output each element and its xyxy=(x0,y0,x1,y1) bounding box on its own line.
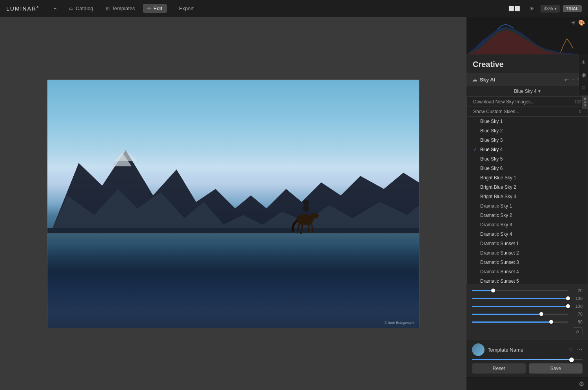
template-btn-row: Reset Save xyxy=(472,363,583,374)
slider-track-4[interactable] xyxy=(472,314,568,315)
favorite-template-button[interactable]: ♡ xyxy=(569,347,574,353)
sky-dropdown-header[interactable]: Blue Sky 4 ▾ xyxy=(466,86,588,97)
custom-skies-count: 0 xyxy=(579,109,581,114)
slider-fill-2 xyxy=(472,298,568,299)
slider-track-3[interactable] xyxy=(472,306,568,307)
sky-item-dramatic-sunset-2[interactable]: Dramatic Sunset 2 xyxy=(467,248,588,258)
selected-sky-label: Blue Sky 4 xyxy=(514,88,536,94)
slider-thumb-4[interactable] xyxy=(539,312,543,316)
slider-fill-3 xyxy=(472,306,568,307)
settings-bottom-icon[interactable]: ⚙ xyxy=(579,380,584,388)
template-name-label: Template Name xyxy=(488,347,566,353)
template-icons: ♡ ⋯ xyxy=(569,347,583,353)
face-strip-icon[interactable]: ☺ xyxy=(581,84,586,90)
slider-track-5[interactable] xyxy=(472,321,568,323)
pro-badge: PRO xyxy=(582,96,588,109)
sky-item-blue-sky-3[interactable]: Blue Sky 3 xyxy=(467,135,588,145)
slider-thumb-2[interactable] xyxy=(566,296,570,300)
sky-item-dramatic-sunset-4[interactable]: Dramatic Sunset 4 xyxy=(467,267,588,276)
sun-icon-button[interactable]: ☀ xyxy=(571,20,576,26)
catalog-nav-button[interactable]: 🗂 Catalog xyxy=(64,4,98,13)
compare-button[interactable]: ⬜⬜ xyxy=(505,4,523,13)
main-content: © Iurie Belegurschi xyxy=(0,17,588,390)
trial-badge: TRIAL xyxy=(563,5,582,12)
sky-item-dramatic-sunset-1[interactable]: Dramatic Sunset 1 xyxy=(467,239,588,248)
slider-thumb-1[interactable] xyxy=(491,289,495,292)
palette-icon-button[interactable]: 🎨 xyxy=(578,20,585,26)
svg-point-7 xyxy=(303,200,309,205)
canvas-area[interactable]: © Iurie Belegurschi xyxy=(0,17,466,390)
sky-dropdown-list-wrapper[interactable]: Download New Sky Images... 102 Show Cust… xyxy=(466,97,588,284)
slider-track-1[interactable] xyxy=(472,290,568,291)
templates-nav-button[interactable]: ⊞ Templates xyxy=(101,4,140,13)
top-navigation: LUMINARAI + 🗂 Catalog ⊞ Templates ✏ Edit… xyxy=(0,0,588,17)
slider-value-3: 100 xyxy=(572,304,583,309)
sky-item-blue-sky-4[interactable]: ✓Blue Sky 4 xyxy=(467,145,588,154)
upload-sky-button[interactable]: ↑ xyxy=(572,77,575,83)
zoom-chevron-icon: ▾ xyxy=(554,6,557,11)
slider-row-4: 70 xyxy=(472,312,583,316)
add-button[interactable]: + xyxy=(49,4,62,13)
palette-strip-icon[interactable]: ◉ xyxy=(581,72,586,78)
slider-row-2: 100 xyxy=(472,296,583,301)
text-tool-button[interactable]: A xyxy=(573,327,583,335)
sky-item-dramatic-sky-1[interactable]: Dramatic Sky 1 xyxy=(467,201,588,211)
horse-rider-svg xyxy=(287,196,323,243)
slider-fill-4 xyxy=(472,314,539,315)
download-sky-item[interactable]: Download New Sky Images... 102 xyxy=(467,97,588,107)
histogram-chart xyxy=(466,17,579,54)
sky-item-dramatic-sky-3[interactable]: Dramatic Sky 3 xyxy=(467,220,588,229)
sky-item-bright-blue-sky-3[interactable]: Bright Blue Sky 3 xyxy=(467,192,588,201)
slider-thumb-5[interactable] xyxy=(549,320,553,324)
slider-value-1: 20 xyxy=(572,288,583,293)
template-thumbnail xyxy=(472,343,485,356)
slider-thumb-3[interactable] xyxy=(566,304,570,308)
zoom-control[interactable]: 33% ▾ xyxy=(541,5,560,13)
sky-item-bright-blue-sky-2[interactable]: Bright Blue Sky 2 xyxy=(467,182,588,192)
more-template-button[interactable]: ⋯ xyxy=(577,347,583,353)
export-icon: ↑ xyxy=(175,6,177,11)
template-slider-fill xyxy=(472,359,572,360)
edit-nav-button[interactable]: ✏ Edit xyxy=(143,4,167,13)
reset-button[interactable]: Reset xyxy=(472,363,526,374)
eye-button[interactable]: 👁 xyxy=(526,4,537,13)
sky-item-dramatic-sunset-5[interactable]: Dramatic Sunset 5 xyxy=(467,276,588,284)
sky-item-blue-sky-5[interactable]: Blue Sky 5 xyxy=(467,154,588,164)
sky-item-blue-sky-1[interactable]: Blue Sky 1 xyxy=(467,117,588,126)
right-icon-strip: ☀ ◉ ☺ xyxy=(579,54,588,95)
catalog-icon: 🗂 xyxy=(69,6,74,11)
sky-ai-label: Sky AI xyxy=(480,77,562,83)
sky-item-bright-blue-sky-1[interactable]: Bright Blue Sky 1 xyxy=(467,173,588,182)
sky-item-blue-sky-2[interactable]: Blue Sky 2 xyxy=(467,126,588,135)
custom-skies-item[interactable]: Show Custom Skies... 0 xyxy=(467,107,588,117)
export-nav-button[interactable]: ↑ Export xyxy=(170,4,199,13)
slider-track-2[interactable] xyxy=(472,298,568,299)
sky-item-dramatic-sky-4[interactable]: Dramatic Sky 4 xyxy=(467,229,588,239)
sky-item-dramatic-sunset-3[interactable]: Dramatic Sunset 3 xyxy=(467,258,588,267)
template-row: Template Name ♡ ⋯ xyxy=(472,343,583,356)
sky-ai-header: ☁ Sky AI ↩ ↑ 👁 xyxy=(466,73,588,86)
sky-item-dramatic-sky-2[interactable]: Dramatic Sky 2 xyxy=(467,211,588,220)
template-slider-track[interactable] xyxy=(472,359,583,360)
bottom-icon-row: ⚙ xyxy=(466,377,588,390)
nav-right-controls: ⬜⬜ 👁 33% ▾ TRIAL xyxy=(505,4,582,13)
svg-line-12 xyxy=(308,224,309,233)
save-button[interactable]: Save xyxy=(529,363,583,374)
svg-point-9 xyxy=(311,213,319,218)
svg-line-11 xyxy=(301,225,302,234)
photo-container: © Iurie Belegurschi xyxy=(47,79,419,328)
edit-icon: ✏ xyxy=(147,6,151,11)
photo-watermark: © Iurie Belegurschi xyxy=(385,321,414,325)
sky-item-blue-sky-6[interactable]: Blue Sky 6 xyxy=(467,164,588,173)
svg-line-13 xyxy=(312,224,313,232)
sun-strip-icon[interactable]: ☀ xyxy=(581,59,586,65)
slider-row-5: 80 xyxy=(472,320,583,324)
svg-line-10 xyxy=(297,224,299,233)
download-sky-count: 102 xyxy=(574,99,581,104)
app-logo: LUMINARAI xyxy=(6,5,40,12)
sky-dropdown-list: Download New Sky Images... 102 Show Cust… xyxy=(466,97,588,284)
undo-sky-button[interactable]: ↩ xyxy=(564,77,569,83)
slider-fill-5 xyxy=(472,321,549,323)
slider-value-2: 100 xyxy=(572,296,583,301)
template-slider-thumb[interactable] xyxy=(569,358,574,362)
